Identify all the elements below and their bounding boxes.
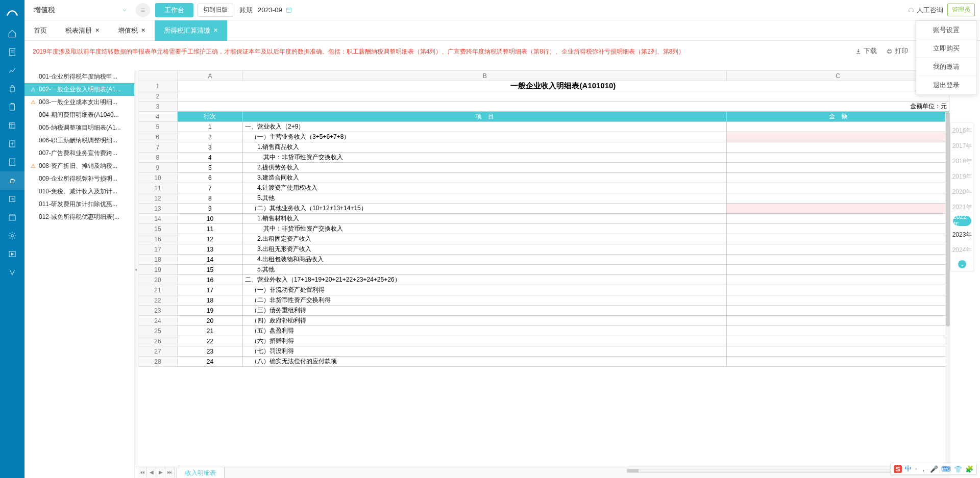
nav-archive-icon[interactable] xyxy=(0,208,24,227)
ime-logo-icon: S xyxy=(894,465,902,473)
nav-home-icon[interactable] xyxy=(0,24,24,43)
warn-icon: ⚠ xyxy=(31,99,36,106)
chevron-down-icon xyxy=(121,7,128,13)
nav-rail xyxy=(0,0,24,478)
circle-button[interactable] xyxy=(136,3,150,17)
tree-item-7[interactable]: ⚠008-资产折旧、摊销及纳税... xyxy=(24,160,134,172)
sheet-tab[interactable]: 收入明细表 xyxy=(177,467,225,478)
tree-item-9[interactable]: 010-免税、减计收入及加计... xyxy=(24,185,134,198)
company-selector-label: 增值税 xyxy=(34,6,55,15)
ime-punct-icon[interactable]: ， xyxy=(920,464,927,473)
workspace-button[interactable]: 工作台 xyxy=(155,3,193,17)
svg-rect-11 xyxy=(888,52,890,54)
year-2023年[interactable]: 2023年 xyxy=(951,227,973,242)
tabstrip: 首页税表清册✕增值税✕所得税汇算清缴✕ xyxy=(24,20,980,41)
ime-keyboard-icon[interactable]: ⌨ xyxy=(941,465,951,473)
period-label: 账期 xyxy=(239,6,253,15)
tree-item-6[interactable]: 007-广告费和业务宣传费跨... xyxy=(24,147,134,160)
chevron-double-down-icon: ⌄ xyxy=(958,260,966,268)
company-selector[interactable]: 增值税 xyxy=(30,3,132,18)
nav-doc-icon[interactable] xyxy=(0,43,24,61)
year-2020年: 2020年 xyxy=(951,184,973,199)
svg-rect-4 xyxy=(10,159,15,166)
svg-rect-10 xyxy=(888,49,890,51)
tree-item-5[interactable]: 006-职工薪酬纳税调整明细... xyxy=(24,134,134,147)
nav-calc-icon[interactable] xyxy=(0,153,24,171)
user-menu-item-3[interactable]: 退出登录 xyxy=(916,76,976,94)
warn-icon: ⚠ xyxy=(31,163,36,169)
svg-point-6 xyxy=(11,235,14,237)
year-2018年: 2018年 xyxy=(951,154,973,169)
tree-item-4[interactable]: 005-纳税调整项目明细表(A1... xyxy=(24,121,134,134)
download-button[interactable]: 下载 xyxy=(855,46,877,57)
tab-2[interactable]: 增值税✕ xyxy=(109,20,155,41)
nav-clip-icon[interactable] xyxy=(0,98,24,116)
nav-v-icon[interactable] xyxy=(0,263,24,282)
nav-transfer-icon[interactable] xyxy=(0,190,24,208)
year-2022年[interactable]: 2022年 xyxy=(953,216,971,226)
nav-next-icon[interactable]: ▶ xyxy=(156,467,165,477)
tab-0[interactable]: 首页 xyxy=(24,20,56,41)
nav-invoice-icon[interactable] xyxy=(0,135,24,153)
svg-rect-8 xyxy=(286,8,291,12)
form-tree: 001-企业所得税年度纳税申...⚠002-一般企业收入明细表(A1...⚠00… xyxy=(24,70,135,478)
switch-old-button[interactable]: 切到旧版 xyxy=(198,4,233,17)
year-2016年: 2016年 xyxy=(951,123,973,138)
ime-toolbox-icon[interactable]: 🧩 xyxy=(965,465,973,473)
app-logo-icon xyxy=(5,4,20,19)
nav-bag-icon[interactable] xyxy=(0,80,24,98)
workarea: 001-企业所得税年度纳税申...⚠002-一般企业收入明细表(A1...⚠00… xyxy=(24,70,949,478)
sheet-nav: ⏮ ◀ ▶ ⏭ xyxy=(138,467,175,477)
ime-bar[interactable]: S 中 • ， 🎤 ⌨ 👕 🧩 xyxy=(890,463,977,475)
headset-icon xyxy=(908,7,915,14)
nav-chart-icon[interactable] xyxy=(0,61,24,80)
user-menu-item-1[interactable]: 立即购买 xyxy=(916,39,976,58)
print-icon xyxy=(886,48,893,55)
ime-skin-icon[interactable]: 👕 xyxy=(954,465,962,473)
user-menu: 账号设置立即购买我的邀请退出登录 xyxy=(916,20,977,95)
close-icon[interactable]: ✕ xyxy=(213,27,218,34)
year-2021年: 2021年 xyxy=(951,199,973,215)
sheet-bottom-bar: ⏮ ◀ ▶ ⏭ 收入明细表 xyxy=(138,466,949,478)
nav-play-icon[interactable] xyxy=(0,245,24,263)
nav-prev-icon[interactable]: ◀ xyxy=(147,467,156,477)
nav-first-icon[interactable]: ⏮ xyxy=(138,467,147,477)
consult-link[interactable]: 人工咨询 xyxy=(908,6,943,15)
close-icon[interactable]: ✕ xyxy=(141,27,145,34)
user-menu-item-2[interactable]: 我的邀请 xyxy=(916,58,976,76)
year-2017年: 2017年 xyxy=(951,138,973,154)
svg-rect-1 xyxy=(10,104,15,110)
tree-item-1[interactable]: ⚠002-一般企业收入明细表(A1... xyxy=(24,83,134,96)
download-icon xyxy=(855,48,862,55)
svg-rect-9 xyxy=(888,51,892,53)
tab-3[interactable]: 所得税汇算清缴✕ xyxy=(155,20,227,41)
year-2024年: 2024年 xyxy=(951,242,973,258)
admin-button[interactable]: 管理员 xyxy=(947,4,975,16)
topbar: 增值税 工作台 切到旧版 账期 2023-09 人工咨询 管理员 xyxy=(24,0,980,20)
tree-item-11[interactable]: 012-减免所得税优惠明细表(... xyxy=(24,211,134,223)
warn-icon: ⚠ xyxy=(31,86,36,93)
tree-item-3[interactable]: 004-期间费用明细表(A1040... xyxy=(24,109,134,121)
main-v-scrollbar[interactable] xyxy=(945,112,950,463)
tree-item-8[interactable]: 009-企业所得税弥补亏损明... xyxy=(24,172,134,185)
tree-item-10[interactable]: 011-研发费用加计扣除优惠... xyxy=(24,198,134,211)
period-value[interactable]: 2023-09 xyxy=(258,6,282,14)
print-button[interactable]: 打印 xyxy=(886,46,908,57)
tab-1[interactable]: 税表清册✕ xyxy=(56,20,109,41)
nav-last-icon[interactable]: ⏭ xyxy=(165,467,175,477)
year-collapse-button[interactable]: ⌄ xyxy=(951,258,973,271)
year-rail: 2016年2017年2018年2019年2020年2021年2022年2023年… xyxy=(950,122,974,271)
sheet-table[interactable]: ABC1一般企业收入明细表(A101010)23金额单位：元4行次项 目金 额5… xyxy=(138,70,949,367)
ime-lang[interactable]: 中 xyxy=(905,464,912,473)
tree-item-0[interactable]: 001-企业所得税年度纳税申... xyxy=(24,70,134,83)
close-icon[interactable]: ✕ xyxy=(95,27,100,34)
nav-tax-icon[interactable] xyxy=(0,171,24,190)
nav-settings-icon[interactable] xyxy=(0,227,24,245)
splitter-handle[interactable]: ◂ xyxy=(135,70,137,469)
tree-item-2[interactable]: ⚠003-一般企业成本支出明细... xyxy=(24,96,134,109)
nav-ledger-icon[interactable] xyxy=(0,116,24,135)
user-menu-item-0[interactable]: 账号设置 xyxy=(916,21,976,39)
ime-mic-icon[interactable]: 🎤 xyxy=(930,465,938,473)
spreadsheet: ◂ ABC1一般企业收入明细表(A101010)23金额单位：元4行次项 目金 … xyxy=(135,70,949,478)
calendar-icon[interactable] xyxy=(285,7,292,14)
